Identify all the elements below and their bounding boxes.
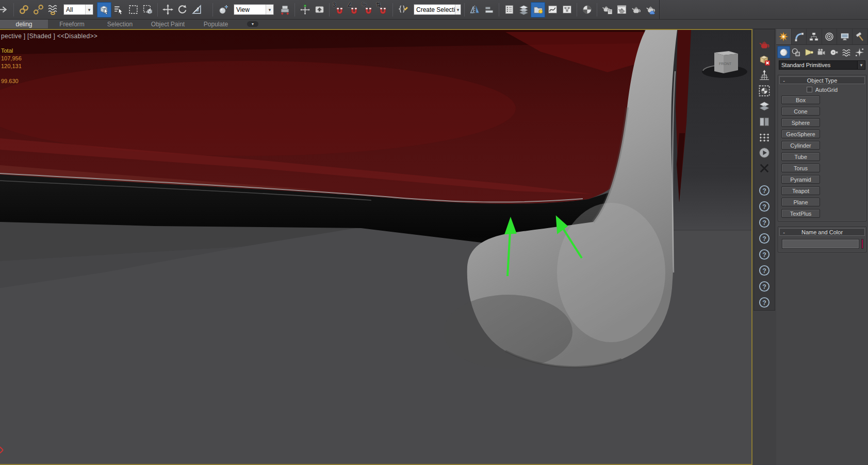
- material-editor-icon[interactable]: [580, 2, 594, 18]
- ribbon-overflow-button[interactable]: ▼: [247, 21, 258, 27]
- selection-filter-dropdown[interactable]: All ▾: [63, 4, 93, 15]
- stats-total-label: Total: [1, 47, 22, 55]
- reference-coordinate-value: View: [236, 6, 250, 13]
- geosphere-button[interactable]: GeoSphere: [781, 130, 820, 138]
- mirror-icon[interactable]: [467, 2, 482, 18]
- select-object-icon[interactable]: [97, 2, 111, 18]
- select-and-rotate-icon[interactable]: [175, 2, 189, 18]
- percent-snap-toggle-icon[interactable]: %: [361, 2, 375, 18]
- category-geometry[interactable]: [777, 46, 790, 58]
- teapot-button[interactable]: Teapot: [781, 186, 820, 195]
- keyboard-shortcut-override-icon[interactable]: [312, 2, 326, 18]
- category-helpers[interactable]: [828, 46, 841, 58]
- autogrid-checkbox[interactable]: [807, 87, 812, 92]
- object-color-swatch[interactable]: [861, 239, 863, 249]
- tube-button[interactable]: Tube: [781, 152, 820, 161]
- edit-named-selection-sets-icon[interactable]: [396, 2, 410, 18]
- category-cameras[interactable]: [815, 46, 828, 58]
- tab-selection[interactable]: Selection: [96, 20, 144, 28]
- help-icon[interactable]: [757, 246, 772, 262]
- object-type-rollout-header[interactable]: - Object Type: [779, 76, 865, 84]
- tab-populate[interactable]: Populate: [192, 20, 240, 28]
- object-name-input[interactable]: [782, 239, 859, 249]
- rectangular-selection-region-icon[interactable]: [126, 2, 140, 18]
- sphere-button[interactable]: Sphere: [781, 118, 820, 127]
- angle-snap-toggle-icon[interactable]: ∠: [347, 2, 361, 18]
- box-delete-icon[interactable]: [757, 52, 772, 68]
- lattice-cube-icon[interactable]: [757, 130, 772, 145]
- render-in-cloud-icon[interactable]: [643, 2, 658, 18]
- use-pivot-point-center-icon[interactable]: [277, 2, 292, 18]
- transform-group: [159, 0, 205, 20]
- primitive-type-dropdown[interactable]: Standard Primitives ▾: [779, 60, 865, 70]
- teapot-red-icon[interactable]: [757, 37, 772, 52]
- tab-hierarchy[interactable]: [807, 29, 822, 44]
- render-setup-icon[interactable]: [600, 2, 614, 18]
- window-crossing-icon[interactable]: [140, 2, 155, 18]
- spinner-snap-toggle-icon[interactable]: ⇅: [375, 2, 390, 18]
- tab-motion[interactable]: [822, 29, 838, 44]
- snaps-toggle-3d-icon[interactable]: 3: [332, 2, 347, 18]
- toggle-ribbon-icon[interactable]: [531, 2, 545, 18]
- viewport[interactable]: FRONT pective ] [Shaded ] <<Disabled>> T…: [0, 29, 752, 465]
- toggle-layer-explorer-icon[interactable]: [516, 2, 531, 18]
- category-systems[interactable]: [853, 46, 866, 58]
- managers-group: [500, 0, 576, 20]
- plane-button[interactable]: Plane: [781, 198, 820, 206]
- category-shapes[interactable]: [790, 46, 803, 58]
- tab-utilities[interactable]: [853, 29, 868, 44]
- close-icon[interactable]: [757, 161, 772, 176]
- grid-arrow-icon[interactable]: [757, 68, 772, 83]
- select-by-name-icon[interactable]: [111, 2, 126, 18]
- unlink-selection-icon[interactable]: [31, 2, 45, 18]
- toolbar-separator: [157, 3, 158, 17]
- curve-editor-icon[interactable]: [545, 2, 560, 18]
- help-icon[interactable]: [757, 294, 772, 310]
- pyramid-button[interactable]: Pyramid: [781, 175, 820, 184]
- play-icon[interactable]: [757, 145, 772, 161]
- render-production-icon[interactable]: [629, 2, 643, 18]
- tab-create[interactable]: [776, 29, 792, 44]
- select-and-move-icon[interactable]: [160, 2, 175, 18]
- viewport-label[interactable]: pective ] [Shaded ] <<Disabled>>: [1, 33, 97, 40]
- help-icon[interactable]: [757, 214, 772, 230]
- select-and-link-icon[interactable]: [17, 2, 31, 18]
- panels-icon[interactable]: [757, 114, 772, 130]
- named-selection-sets-dropdown[interactable]: Create Selection Se ▾: [414, 4, 461, 15]
- category-lights[interactable]: [803, 46, 815, 58]
- select-and-scale-icon[interactable]: [189, 2, 204, 18]
- command-panel-tabs: [776, 29, 868, 45]
- help-icon[interactable]: [757, 182, 772, 198]
- torus-button[interactable]: Torus: [781, 164, 820, 172]
- category-space-warps[interactable]: [841, 46, 854, 58]
- select-and-manipulate-icon[interactable]: [298, 2, 312, 18]
- help-icon[interactable]: [757, 278, 772, 294]
- textplus-button[interactable]: TextPlus: [781, 209, 820, 218]
- tab-display[interactable]: [837, 29, 853, 44]
- ribbon-tab-row: delingFreeformSelectionObject PaintPopul…: [0, 20, 868, 29]
- side-help-icons: [757, 182, 772, 310]
- help-icon[interactable]: [757, 262, 772, 278]
- redo-arrow-icon[interactable]: [0, 2, 11, 18]
- toolbar-separator: [499, 3, 499, 17]
- box-button[interactable]: Box: [781, 95, 820, 104]
- reference-coordinate-dropdown[interactable]: View ▾: [234, 4, 274, 15]
- layers-diamond-icon[interactable]: [757, 99, 772, 114]
- select-and-place-icon[interactable]: [216, 2, 230, 18]
- align-icon[interactable]: [482, 2, 496, 18]
- bind-to-space-warp-icon[interactable]: [45, 2, 60, 18]
- help-icon[interactable]: [757, 230, 772, 246]
- tab-modeling[interactable]: deling: [0, 20, 48, 28]
- cylinder-button[interactable]: Cylinder: [781, 141, 820, 150]
- name-and-color-rollout-header[interactable]: - Name and Color: [779, 228, 865, 236]
- toggle-scene-explorer-icon[interactable]: [502, 2, 516, 18]
- rendered-frame-window-icon[interactable]: [614, 2, 629, 18]
- cone-button[interactable]: Cone: [781, 107, 820, 116]
- checker-select-icon[interactable]: [757, 83, 772, 99]
- tab-freeform[interactable]: Freeform: [48, 20, 96, 28]
- schematic-view-icon[interactable]: [560, 2, 574, 18]
- stats-extra-value: 99.630: [1, 77, 22, 85]
- tab-modify[interactable]: [792, 29, 807, 44]
- help-icon[interactable]: [757, 198, 772, 214]
- tab-object-paint[interactable]: Object Paint: [144, 20, 192, 28]
